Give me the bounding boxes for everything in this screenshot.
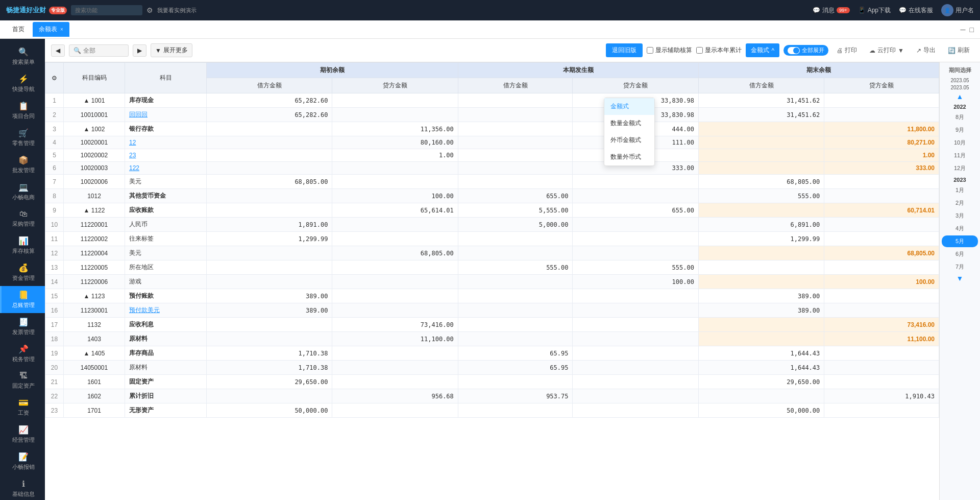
year-total-checkbox-input[interactable] (696, 47, 703, 54)
cloud-print-button[interactable]: ☁ 云打印 ▼ (865, 44, 908, 57)
sidebar-item-retail[interactable]: 🛒 零售管理 (0, 124, 45, 151)
period-oct[interactable]: 10月 (942, 137, 978, 149)
sidebar-item-expense[interactable]: 📝 小畅报销 (0, 448, 45, 475)
period-may[interactable]: 5月 (942, 235, 978, 247)
period-feb[interactable]: 2月 (942, 197, 978, 209)
account-name-cell[interactable]: 所在地区 (125, 260, 207, 275)
refresh-button[interactable]: 🔄 刷新 (944, 44, 974, 57)
settings-col-header[interactable]: ⚙ (45, 63, 64, 93)
show-auxiliary-checkbox[interactable]: 显示辅助核算 (647, 46, 692, 55)
sidebar-item-contract[interactable]: 📋 项目合同 (0, 97, 45, 124)
cd-debit-cell (458, 108, 573, 122)
cd-debit-cell: 555.00 (458, 260, 573, 275)
maximize-button[interactable]: □ (970, 26, 974, 34)
period-nav-up[interactable]: ▲ (957, 92, 964, 101)
account-search-box[interactable]: 🔍 (69, 44, 129, 57)
settings-gear-icon[interactable]: ⚙ (146, 6, 153, 14)
dropdown-item-qty-amount[interactable]: 数量金额式 (604, 115, 654, 132)
export-button[interactable]: ↗ 导出 (912, 44, 940, 57)
user-area[interactable]: 👤 用户名 (941, 4, 974, 16)
dropdown-item-foreign-amount[interactable]: 外币金额式 (604, 132, 654, 149)
sidebar-item-management[interactable]: 📈 经营管理 (0, 421, 45, 448)
sidebar-item-invoice[interactable]: 🧾 发票管理 (0, 313, 45, 340)
account-name-cell[interactable]: 累计折旧 (125, 389, 207, 403)
account-name-cell[interactable]: 往来标签 (125, 232, 207, 246)
period-aug[interactable]: 8月 (942, 111, 978, 123)
account-name-cell[interactable]: 固定资产 (125, 375, 207, 389)
period-jan[interactable]: 1月 (942, 184, 978, 196)
sidebar-item-fixed-assets[interactable]: 🏗 固定资产 (0, 367, 45, 394)
account-name-cell[interactable]: 美元 (125, 246, 207, 260)
tab-close-button[interactable]: × (60, 27, 63, 32)
print-button[interactable]: 🖨 打印 (832, 44, 861, 57)
account-name-cell[interactable]: 原材料 (125, 361, 207, 375)
demo-link[interactable]: 我要看实例演示 (157, 7, 197, 14)
account-name-cell[interactable]: 122 (125, 162, 207, 175)
online-service-link[interactable]: 💬 在线客服 (899, 6, 933, 15)
account-name-cell[interactable]: 预付账款 (125, 289, 207, 303)
account-name-cell[interactable]: 23 (125, 149, 207, 162)
dropdown-item-qty-foreign[interactable]: 数量外币式 (604, 149, 654, 165)
account-search-input[interactable] (83, 47, 124, 54)
app-download-link[interactable]: 📱 App下载 (858, 6, 891, 15)
return-old-version-button[interactable]: 退回旧版 (606, 43, 643, 57)
balance-table-container[interactable]: ⚙ 科目编码 科目 期初余额 本期发生额 期末余额 借方金额 贷方金额 借方金额… (45, 62, 939, 500)
account-name-cell[interactable]: 预付款美元 (125, 303, 207, 318)
sidebar-item-finance[interactable]: 💰 资金管理 (0, 259, 45, 286)
expand-icon: ▼ (155, 47, 161, 54)
account-code-cell: ▲ 1122 (64, 203, 125, 218)
sidebar-item-ledger[interactable]: 📒 总账管理 (0, 286, 45, 313)
sidebar-item-nav[interactable]: ⚡ 快捷导航 (0, 70, 45, 97)
auxiliary-checkbox-input[interactable] (647, 47, 653, 54)
cd-debit-cell (458, 375, 573, 389)
dropdown-item-amount[interactable]: 金额式 (604, 98, 654, 115)
tab-balance-sheet[interactable]: 余额表 × (33, 22, 69, 37)
period-apr[interactable]: 4月 (942, 223, 978, 234)
account-name-cell[interactable]: 12 (125, 136, 207, 149)
expand-more-button[interactable]: ▼ 展开更多 (151, 43, 192, 57)
account-name-cell[interactable]: 应收账款 (125, 203, 207, 218)
cb-credit-header: 贷方金额 (824, 78, 939, 93)
sidebar-item-salary[interactable]: 💳 工资 (0, 394, 45, 421)
ob-credit-cell: 68,805.00 (332, 246, 458, 260)
show-year-total-checkbox[interactable]: 显示本年累计 (696, 46, 742, 55)
sidebar-item-wholesale[interactable]: 📦 批发管理 (0, 151, 45, 178)
sidebar-label-tax: 税务管理 (12, 355, 35, 363)
account-name-cell[interactable]: 游戏 (125, 275, 207, 289)
toggle-expand-button[interactable]: 全部展开 (783, 45, 828, 56)
sidebar-item-ecommerce[interactable]: 💻 小畅电商 (0, 178, 45, 205)
cd-credit-cell (573, 403, 698, 418)
account-name-cell[interactable]: 银行存款 (125, 122, 207, 136)
account-name-cell[interactable]: 库存现金 (125, 93, 207, 108)
account-name-cell[interactable]: 美元 (125, 175, 207, 189)
tab-home[interactable]: 首页 (6, 22, 31, 37)
account-name-cell[interactable]: 库存商品 (125, 346, 207, 361)
nav-forward-button[interactable]: ▶ (133, 44, 146, 57)
period-sep[interactable]: 9月 (942, 124, 978, 136)
sidebar-item-basic-info[interactable]: ℹ 基础信息 (0, 475, 45, 500)
account-name-cell[interactable]: 回回回 (125, 108, 207, 122)
account-name-cell[interactable]: 原材料 (125, 332, 207, 346)
account-name-cell[interactable]: 其他货币资金 (125, 189, 207, 203)
period-jun[interactable]: 6月 (942, 248, 978, 260)
amount-style-button[interactable]: 金额式 ^ (746, 43, 779, 57)
sidebar-item-inventory[interactable]: 📊 库存核算 (0, 232, 45, 259)
refresh-label: 刷新 (958, 46, 970, 55)
account-name-cell[interactable]: 人民币 (125, 218, 207, 232)
top-search-input[interactable] (71, 5, 142, 15)
account-name-cell[interactable]: 无形资产 (125, 403, 207, 418)
notification-icon-area[interactable]: 💬 消息 99+ (813, 6, 849, 15)
cd-credit-cell (573, 375, 698, 389)
period-nov[interactable]: 11月 (942, 150, 978, 161)
minimize-button[interactable]: ─ (961, 26, 966, 34)
account-name-cell[interactable]: 应收利息 (125, 318, 207, 332)
row-number: 16 (45, 303, 64, 318)
period-jul[interactable]: 7月 (942, 261, 978, 273)
sidebar-item-purchase[interactable]: 🛍 采购管理 (0, 205, 45, 232)
nav-back-button[interactable]: ◀ (51, 44, 65, 57)
sidebar-item-search[interactable]: 🔍 搜索菜单 (0, 43, 45, 70)
period-mar[interactable]: 3月 (942, 210, 978, 222)
period-dec[interactable]: 12月 (942, 162, 978, 174)
period-nav-down[interactable]: ▼ (957, 274, 964, 282)
sidebar-item-tax[interactable]: 📌 税务管理 (0, 340, 45, 367)
